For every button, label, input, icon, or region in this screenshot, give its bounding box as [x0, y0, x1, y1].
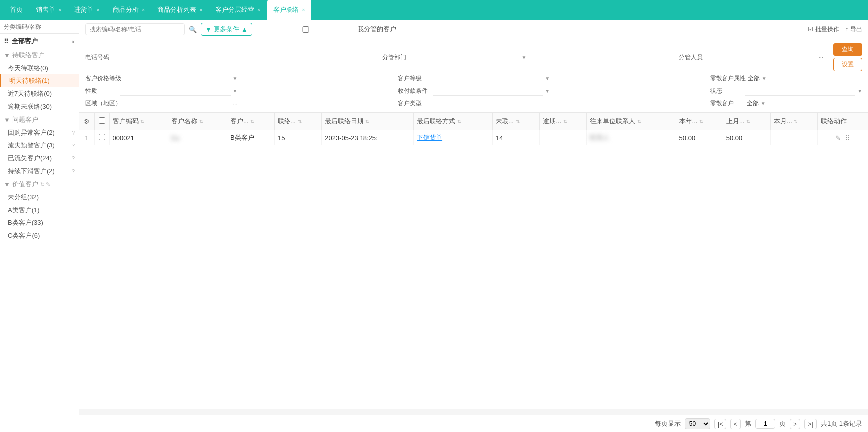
- region-input[interactable]: [121, 99, 233, 108]
- nav-purchase[interactable]: 进货单 ×: [68, 0, 105, 20]
- sidebar-item-repurchase-abnormal[interactable]: 回购异常客户(2) ?: [0, 126, 79, 139]
- col-settings[interactable]: ⚙: [79, 113, 94, 130]
- customer-level-dropdown[interactable]: ▼: [545, 76, 550, 81]
- sidebar-item-7days-pending[interactable]: 近7天待联络(0): [0, 87, 79, 100]
- nav-product-analysis-close[interactable]: ×: [142, 7, 145, 13]
- cell-uncontacted: 14: [493, 130, 540, 145]
- sort-icon-method: ⇅: [457, 119, 461, 124]
- nav-sales-close[interactable]: ×: [58, 7, 61, 13]
- action-edit-icon[interactable]: ✎: [835, 134, 841, 142]
- nav-sales[interactable]: 销售单 ×: [30, 0, 67, 20]
- sidebar-item-today-pending[interactable]: 今天待联络(0): [0, 62, 79, 74]
- col-customer-type[interactable]: 客户... ⇅: [227, 113, 274, 130]
- top-navigation: 首页 销售单 × 进货单 × 商品分析 × 商品分析列表 × 客户分层经营 × …: [0, 0, 868, 20]
- bulk-ops-btn[interactable]: ☑ 批量操作: [808, 25, 839, 34]
- nav-purchase-close[interactable]: ×: [96, 7, 99, 13]
- region-more-btn[interactable]: ···: [233, 101, 237, 107]
- manager-input[interactable]: [714, 53, 819, 62]
- nav-home[interactable]: 首页: [4, 0, 29, 20]
- sidebar-item-churned[interactable]: 已流失客户(24) ?: [0, 152, 79, 165]
- price-level-dropdown[interactable]: ▼: [233, 76, 238, 81]
- col-customer-code[interactable]: 客户编码 ⇅: [109, 113, 168, 130]
- retail-attr-dropdown[interactable]: ▼: [762, 76, 767, 81]
- search-icon[interactable]: 🔍: [189, 26, 197, 33]
- bulk-ops-area: ☑ 批量操作 ↑ 导出: [808, 25, 862, 34]
- refresh-icon[interactable]: ↻: [40, 181, 45, 188]
- nav-customer-contact[interactable]: 客户联络 ×: [267, 0, 311, 20]
- filter-row-4: 区域（地区） ··· 客户类型 零散客户 全部 ▼: [85, 99, 862, 108]
- price-level-input[interactable]: [121, 74, 231, 83]
- col-this-month[interactable]: 本月... ⇅: [771, 113, 818, 130]
- cell-check[interactable]: [94, 130, 109, 145]
- checkbox-icon: ☑: [808, 26, 813, 33]
- help-icon-3: ?: [72, 155, 75, 161]
- query-button[interactable]: 查询: [833, 43, 862, 56]
- sidebar-item-tomorrow-pending[interactable]: 明天待联络(1): [0, 74, 79, 87]
- horizontal-scrollbar[interactable]: [79, 409, 868, 415]
- nature-dropdown[interactable]: ▼: [233, 88, 238, 94]
- col-customer-name[interactable]: 客户名称 ⇅: [168, 113, 227, 130]
- col-last-contact-method[interactable]: 最后联络方式 ⇅: [414, 113, 493, 130]
- select-all-checkbox[interactable]: [99, 117, 105, 124]
- dept-input[interactable]: [417, 53, 520, 62]
- dept-dropdown-icon[interactable]: ▼: [521, 55, 526, 60]
- manager-more-btn[interactable]: ···: [819, 54, 823, 60]
- sidebar-item-declining[interactable]: 持续下滑客户(2) ?: [0, 165, 79, 178]
- per-page-select[interactable]: 50 20 100 200: [685, 418, 710, 429]
- sort-icon-date: ⇅: [365, 119, 369, 124]
- sidebar-search-input[interactable]: [4, 23, 78, 30]
- status-dropdown[interactable]: ▼: [857, 88, 862, 94]
- my-customers-checkbox-area[interactable]: 我分管的客户: [256, 25, 396, 34]
- customer-type-input[interactable]: [433, 99, 550, 108]
- action-grid-icon[interactable]: ⠿: [845, 134, 850, 142]
- col-check[interactable]: [94, 113, 109, 130]
- retail-customer-dropdown[interactable]: ▼: [761, 101, 766, 106]
- chevron-up-icon: ▲: [241, 26, 248, 33]
- phone-input[interactable]: [120, 53, 230, 62]
- last-page-btn[interactable]: >|: [804, 419, 817, 429]
- payment-dropdown[interactable]: ▼: [545, 88, 550, 94]
- search-input[interactable]: [85, 23, 185, 35]
- nav-product-analysis[interactable]: 商品分析 ×: [107, 0, 150, 20]
- nav-customer-contact-close[interactable]: ×: [302, 7, 305, 13]
- page-input[interactable]: [755, 419, 775, 429]
- collapse-icon[interactable]: «: [72, 38, 75, 45]
- nav-customer-tier[interactable]: 客户分层经营 ×: [210, 0, 266, 20]
- export-btn[interactable]: ↑ 导出: [845, 25, 862, 34]
- nav-product-analysis-list-close[interactable]: ×: [199, 7, 202, 13]
- col-contact-person[interactable]: 往来单位联系人 ⇅: [587, 113, 676, 130]
- sidebar-item-overdue[interactable]: 逾期未联络(30): [0, 100, 79, 113]
- settings-button[interactable]: 设置: [833, 58, 862, 71]
- page-suffix: 页: [779, 419, 786, 428]
- col-contact-count[interactable]: 联络... ⇅: [275, 113, 322, 130]
- first-page-btn[interactable]: |<: [714, 419, 726, 429]
- sidebar-pending-group: ▼ 待联络客户: [0, 49, 79, 62]
- my-customers-checkbox[interactable]: [256, 26, 356, 33]
- nav-customer-tier-close[interactable]: ×: [257, 7, 260, 13]
- status-input[interactable]: [745, 86, 856, 96]
- sidebar-item-class-a[interactable]: A类客户(1): [0, 204, 79, 216]
- col-last-month[interactable]: 上月... ⇅: [723, 113, 770, 130]
- sidebar-all-customers[interactable]: ⠿ 全部客户 «: [0, 34, 79, 49]
- sidebar-item-class-c[interactable]: C类客户(6): [0, 229, 79, 242]
- nav-product-analysis-list[interactable]: 商品分析列表 ×: [151, 0, 208, 20]
- col-year-amount[interactable]: 本年... ⇅: [676, 113, 723, 130]
- total-info: 共1页 1条记录: [821, 419, 862, 428]
- col-last-contact-date[interactable]: 最后联络日期 ⇅: [322, 113, 414, 130]
- payment-input[interactable]: [433, 86, 543, 96]
- cell-last-contact-method[interactable]: 下销货单: [414, 130, 493, 145]
- row-checkbox[interactable]: [99, 134, 105, 140]
- filter-customer-type: 客户类型: [398, 99, 550, 108]
- more-conditions-btn[interactable]: ▼ 更多条件 ▲: [201, 23, 252, 36]
- edit-icon[interactable]: ✎: [46, 181, 50, 188]
- col-overdue[interactable]: 逾期... ⇅: [540, 113, 587, 130]
- cell-last-month: 50.00: [723, 130, 770, 145]
- nature-input[interactable]: [120, 86, 231, 96]
- next-page-btn[interactable]: >: [790, 419, 800, 429]
- sidebar-item-ungrouped[interactable]: 未分组(32): [0, 191, 79, 204]
- customer-level-input[interactable]: [433, 74, 543, 83]
- sidebar-item-churn-warning[interactable]: 流失预警客户(3) ?: [0, 139, 79, 152]
- sidebar-item-class-b[interactable]: B类客户(33): [0, 216, 79, 229]
- col-uncontacted[interactable]: 未联... ⇅: [493, 113, 540, 130]
- prev-page-btn[interactable]: <: [730, 419, 741, 429]
